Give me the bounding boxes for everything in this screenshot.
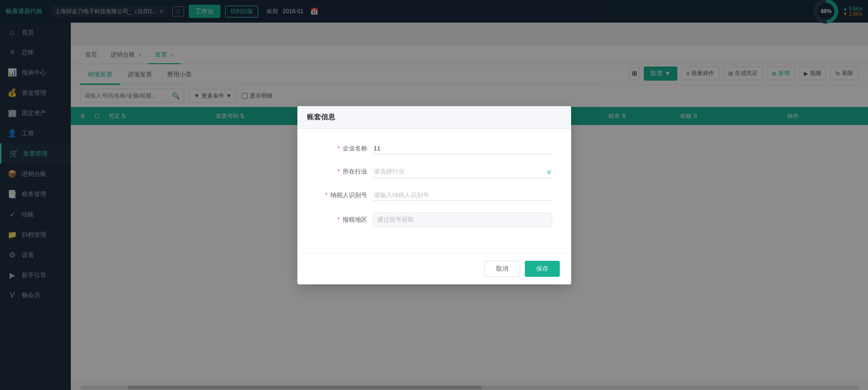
tax-id-input[interactable] <box>373 190 552 201</box>
tax-region-input: 通过税号获取 <box>373 212 552 227</box>
industry-chevron-icon: ∨ <box>547 168 551 175</box>
dialog-footer: 取消 保存 <box>297 253 571 284</box>
industry-label: * 所在行业 <box>316 167 373 176</box>
industry-select-wrap[interactable]: 请选择行业 ∨ <box>373 166 552 178</box>
required-star: * <box>337 145 340 152</box>
tax-region-label: * 报税地区 <box>316 216 373 224</box>
dialog-title: 账套信息 <box>297 106 571 129</box>
company-name-input[interactable] <box>373 143 552 154</box>
company-name-label: * 企业名称 <box>316 144 373 153</box>
cancel-button[interactable]: 取消 <box>484 261 520 277</box>
account-info-dialog: 账套信息 * 企业名称 * 所在行业 请选择行业 ∨ * 纳税人识别 <box>297 106 571 284</box>
form-row-industry: * 所在行业 请选择行业 ∨ <box>316 166 552 178</box>
required-star-3: * <box>325 191 328 199</box>
form-row-company: * 企业名称 <box>316 143 552 154</box>
tax-id-label: * 纳税人识别号 <box>316 191 373 199</box>
save-button[interactable]: 保存 <box>525 261 560 277</box>
required-star-2: * <box>337 168 340 175</box>
form-row-tax-region: * 报税地区 通过税号获取 <box>316 212 552 227</box>
form-row-tax-id: * 纳税人识别号 <box>316 190 552 201</box>
dialog-body: * 企业名称 * 所在行业 请选择行业 ∨ * 纳税人识别号 <box>297 129 571 253</box>
industry-placeholder: 请选择行业 <box>374 167 547 176</box>
required-star-4: * <box>337 216 340 223</box>
